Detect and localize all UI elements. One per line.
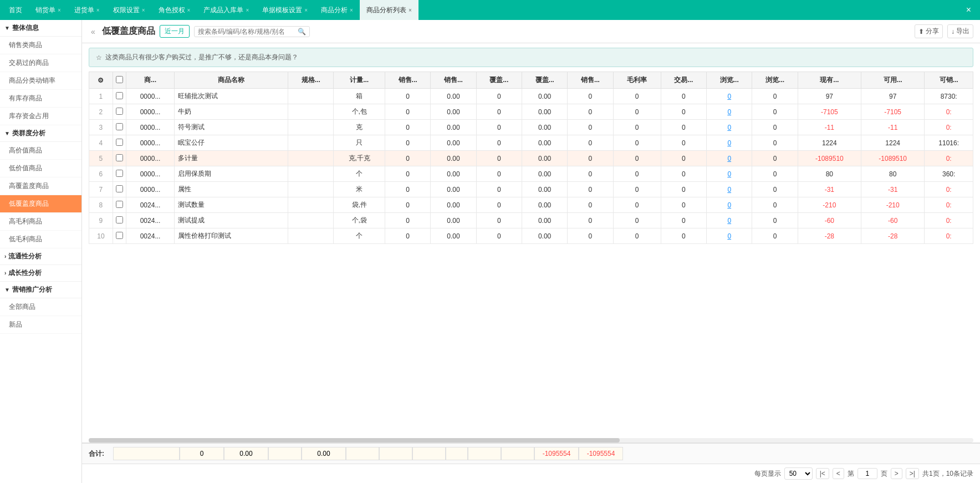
col-stock-avail[interactable]: 可用... (861, 72, 925, 89)
col-sales-qty[interactable]: 销售... (385, 72, 430, 89)
sidebar-group-growth[interactable]: › 成长性分析 (0, 265, 81, 282)
collapse-button[interactable]: « (89, 26, 98, 37)
row-spec (288, 120, 334, 135)
prev-page-button[interactable]: < (833, 468, 844, 479)
col-cover1[interactable]: 覆盖... (476, 72, 522, 89)
row-checkbox[interactable] (116, 232, 123, 239)
sidebar-item-new-goods[interactable]: 新品 (0, 316, 81, 334)
row-checkbox[interactable] (116, 139, 123, 146)
row-checkbox[interactable] (116, 201, 123, 208)
row-browse1[interactable]: 0 (707, 166, 752, 182)
sidebar-item-low-value[interactable]: 低价值商品 (0, 160, 81, 177)
nav-close-goods-analysis[interactable]: × (350, 7, 353, 13)
nav-close-product-inbound[interactable]: × (246, 7, 249, 13)
row-browse1[interactable]: 0 (707, 151, 752, 166)
row-browse1[interactable]: 0 (707, 104, 752, 120)
row-browse1[interactable]: 0 (707, 213, 752, 228)
row-checkbox[interactable] (116, 108, 123, 115)
sidebar-item-low-margin[interactable]: 低毛利商品 (0, 231, 81, 248)
next-page-button[interactable]: > (891, 468, 902, 479)
page-number-input[interactable] (858, 468, 877, 479)
col-sales3[interactable]: 销售... (568, 72, 613, 89)
horizontal-scrollbar[interactable] (89, 438, 973, 443)
col-settings[interactable]: ⚙ (89, 72, 113, 89)
col-unit[interactable]: 计量... (334, 72, 385, 89)
row-checkbox[interactable] (116, 170, 123, 177)
sidebar-item-high-coverage[interactable]: 高覆盖度商品 (0, 177, 81, 195)
sidebar-item-traded-goods[interactable]: 交易过的商品 (0, 54, 81, 72)
row-browse1[interactable]: 0 (707, 228, 752, 244)
export-button[interactable]: ↓ 导出 (947, 24, 973, 38)
date-filter-button[interactable]: 近一月 (160, 25, 190, 38)
row-checkbox[interactable] (116, 123, 123, 130)
nav-item-permission[interactable]: 权限设置 × (106, 0, 152, 20)
sidebar-group-circulation[interactable]: › 流通性分析 (0, 248, 81, 265)
row-spec (288, 166, 334, 182)
search-input[interactable] (198, 28, 298, 35)
col-cover2[interactable]: 覆盖... (522, 72, 567, 89)
page-size-select[interactable]: 50 100 200 (784, 467, 813, 480)
row-checkbox[interactable] (116, 185, 123, 192)
table-footer: 合计: 0 0.00 0.00 -1095554 -1095554 (82, 443, 980, 464)
col-trade[interactable]: 交易... (661, 72, 706, 89)
arrow-icon-marketing: ▼ (4, 287, 10, 293)
col-sales-amt[interactable]: 销售... (431, 72, 476, 89)
sidebar-item-stock-capital[interactable]: 库存资金占用 (0, 108, 81, 125)
row-browse1[interactable]: 0 (707, 197, 752, 213)
row-unit: 箱 (334, 89, 385, 104)
nav-item-purchase[interactable]: 进货单 × (68, 0, 106, 20)
sidebar-group-marketing[interactable]: ▼ 营销推广分析 (0, 282, 81, 298)
row-browse1[interactable]: 0 (707, 135, 752, 151)
nav-close-goods-analysis-list[interactable]: × (409, 7, 412, 13)
row-spec (288, 213, 334, 228)
col-code[interactable]: 商... (126, 72, 174, 89)
nav-close-purchase[interactable]: × (96, 7, 100, 13)
row-browse1[interactable]: 0 (707, 120, 752, 135)
sidebar-item-has-stock[interactable]: 有库存商品 (0, 90, 81, 108)
col-browse2[interactable]: 浏览... (752, 72, 798, 89)
col-spec[interactable]: 规格... (288, 72, 334, 89)
nav-item-home[interactable]: 首页 (2, 0, 29, 20)
sidebar-item-low-coverage[interactable]: 低覆盖度商品 (0, 195, 81, 213)
nav-close-permission[interactable]: × (142, 7, 145, 13)
share-button[interactable]: ⬆ 分享 (915, 24, 943, 38)
row-stock-avail: -28 (861, 228, 925, 244)
row-checkbox[interactable] (116, 154, 123, 161)
sidebar-group-overall[interactable]: ▼ 整体信息 (0, 20, 81, 37)
row-browse1[interactable]: 0 (707, 89, 752, 104)
row-unit: 克,千克 (334, 151, 385, 166)
select-all-checkbox[interactable] (116, 76, 123, 83)
sidebar-item-sales-goods[interactable]: 销售类商品 (0, 37, 81, 54)
col-stock-sale[interactable]: 可销... (925, 72, 973, 89)
sidebar-item-high-value[interactable]: 高价值商品 (0, 142, 81, 160)
row-margin: 0 (613, 104, 661, 120)
search-icon[interactable]: 🔍 (298, 28, 306, 35)
row-trade: 0 (661, 166, 706, 182)
window-close-button[interactable]: × (959, 0, 978, 20)
sidebar-group-cluster[interactable]: ▼ 类群度分析 (0, 125, 81, 142)
row-stock-cur: -1089510 (798, 151, 861, 166)
col-name[interactable]: 商品名称 (175, 72, 288, 89)
nav-item-sales[interactable]: 销货单 × (29, 0, 68, 20)
nav-item-goods-analysis[interactable]: 商品分析 × (314, 0, 360, 20)
col-stock-cur[interactable]: 现有... (798, 72, 861, 89)
row-browse1[interactable]: 0 (707, 182, 752, 197)
nav-item-goods-analysis-list[interactable]: 商品分析列表 × (360, 0, 418, 20)
nav-close-template[interactable]: × (304, 7, 308, 13)
arrow-icon-growth: › (4, 270, 6, 276)
col-browse1[interactable]: 浏览... (707, 72, 752, 89)
sidebar-item-all-goods[interactable]: 全部商品 (0, 298, 81, 316)
nav-item-role[interactable]: 角色授权 × (152, 0, 197, 20)
nav-close-sales[interactable]: × (58, 7, 61, 13)
row-cover2: 0.00 (522, 151, 567, 166)
row-checkbox[interactable] (116, 216, 123, 223)
nav-item-template[interactable]: 单据模板设置 × (256, 0, 314, 20)
sidebar-item-high-margin[interactable]: 高毛利商品 (0, 213, 81, 231)
last-page-button[interactable]: >| (906, 468, 919, 479)
first-page-button[interactable]: |< (816, 468, 829, 479)
row-checkbox[interactable] (116, 92, 123, 99)
col-margin[interactable]: 毛利率 (613, 72, 661, 89)
nav-item-product-inbound[interactable]: 产成品入库单 × (197, 0, 256, 20)
nav-close-role[interactable]: × (187, 7, 191, 13)
sidebar-item-category-rate[interactable]: 商品分类动销率 (0, 72, 81, 90)
